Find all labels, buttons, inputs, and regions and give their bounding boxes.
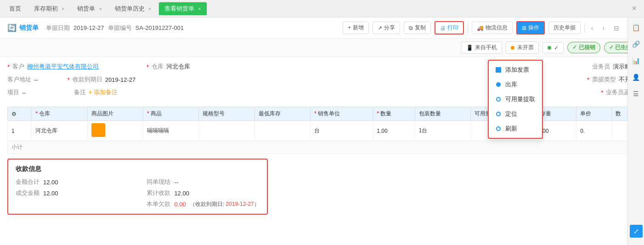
form-area: * 客户 柳州粤港平安气体有限公司 * 仓库 河北仓库 业务员 演示账号 客户地…: [0, 57, 644, 107]
payment-box: 收款信息 金额合计 12.00 同单现结 -- 成交金额 12.00 累计收款 …: [7, 159, 268, 215]
main-content: 🔄 销货单 单据日期 2019-12-27 单据编号 SA-20191227-0…: [0, 17, 644, 245]
docnum-label: 单据编号: [108, 24, 132, 32]
tab-bar: 首页 库存期初 × 销货单 × 销货单历史 × 查看销货单 × ×: [0, 0, 644, 17]
cell-image: [87, 121, 143, 141]
tab-inventory[interactable]: 库存期初 ×: [28, 2, 70, 16]
cell-rownum: 1: [8, 121, 32, 141]
tab-sales-order[interactable]: 销货单 ×: [72, 2, 107, 16]
nav-prev[interactable]: ‹: [588, 23, 596, 34]
date-label: 单据日期: [46, 24, 70, 32]
tab-close-inventory[interactable]: ×: [62, 6, 64, 11]
cell-product: 嗝嗝嗝嗝: [143, 121, 198, 141]
copy-button[interactable]: ⧉ 复制: [404, 22, 431, 34]
view-grid-icon[interactable]: ⊟: [611, 23, 622, 34]
col-gear: ⚙: [8, 107, 32, 121]
col-product: * 商品: [143, 107, 198, 121]
col-price: 单价: [576, 107, 612, 121]
from-mobile-button[interactable]: 📱 来自手机: [461, 41, 502, 54]
checked-badge: ✓ 已核销: [567, 42, 600, 53]
refresh-icon: [495, 125, 502, 132]
doc-header: 🔄 销货单 单据日期 2019-12-27 单据编号 SA-20191227-0…: [0, 17, 644, 39]
subtotal-label: 小计: [8, 141, 637, 154]
doc-title-icon: 🔄: [7, 23, 17, 32]
tab-sales-history[interactable]: 销货单历史 ×: [109, 2, 157, 16]
due-date-value: 2019-12-27: [105, 76, 136, 83]
payment-row-same-settlement: 同单现结 --: [147, 178, 259, 186]
not-opened-button[interactable]: 未开票: [506, 41, 539, 54]
payment-row-owed: 本单欠款 0.00 （收款到期日: 2019-12-27）: [147, 200, 259, 208]
operation-button[interactable]: ⊞ 操作: [516, 21, 545, 34]
owed-value: 0.00: [174, 201, 186, 208]
tab-close-sales-order[interactable]: ×: [99, 6, 102, 11]
location-icon: [495, 111, 502, 117]
col-pack-qty: 包装数量: [415, 107, 470, 121]
remark-field: 备注 + 添加备注: [74, 88, 118, 97]
col-unit: * 销售单位: [310, 107, 373, 121]
customer-value[interactable]: 柳州粤港平安气体有限公司: [27, 63, 99, 71]
address-value: --: [34, 76, 38, 83]
share-icon: ↗: [378, 25, 382, 31]
menu-item-add-invoice[interactable]: 添加发票: [489, 63, 542, 77]
cell-pack-qty: 1台: [415, 121, 470, 141]
add-invoice-icon: [495, 67, 502, 73]
tab-close-view-sales[interactable]: ×: [198, 6, 201, 11]
print-button[interactable]: 🖨 打印: [435, 21, 464, 34]
logistics-icon: 🚚: [477, 25, 484, 31]
separator-1: [468, 23, 468, 33]
nav-next[interactable]: ›: [599, 23, 607, 34]
dropdown-menu: 添加发票 出库 可用量提取 定位 刷新: [488, 60, 543, 139]
menu-item-location[interactable]: 定位: [489, 107, 542, 121]
menu-item-refresh[interactable]: 刷新: [489, 121, 542, 136]
header-actions: + 新增 ↗ 分享 ⧉ 复制 🖨 打印 🚚 物流信息 ⊞ 操作: [343, 21, 637, 34]
payment-row-cumulative: 累计收款 12.00: [147, 189, 259, 197]
subtotal-row: 小计: [8, 141, 637, 154]
grid-icon: ⊞: [522, 25, 526, 31]
cell-min-stock: [254, 121, 310, 141]
payment-row-total: 金额合计 12.00: [16, 178, 128, 186]
sidebar-note-icon[interactable]: 📋: [630, 21, 643, 34]
sidebar-expand-icon[interactable]: ⤢: [630, 225, 643, 238]
warehouse-value: 河北仓库: [166, 63, 190, 71]
available-qty-icon: [495, 96, 502, 103]
col-min-stock: 最低库存: [254, 107, 310, 121]
print-icon: 🖨: [440, 25, 446, 31]
product-image: [91, 123, 105, 137]
project-value: --: [22, 89, 26, 96]
cell-warehouse: 河北仓库: [32, 121, 87, 141]
confirm-button[interactable]: ✓: [542, 42, 564, 53]
sidebar-link-icon[interactable]: 🔗: [630, 38, 643, 51]
toolbar-row: 📱 来自手机 未开票 ✓ ✓ 已核销 ✓ 已生效: [0, 39, 644, 57]
share-button[interactable]: ↗ 分享: [373, 22, 400, 34]
cell-price: 0.: [576, 121, 612, 141]
project-field: 项目 --: [7, 88, 26, 97]
tab-view-sales[interactable]: 查看销货单 ×: [158, 2, 207, 16]
col-warehouse: * 仓库: [32, 107, 87, 121]
menu-item-available-qty[interactable]: 可用量提取: [489, 92, 542, 107]
doc-meta: 单据日期 2019-12-27 单据编号 SA-20191227-001: [46, 24, 184, 32]
logistics-button[interactable]: 🚚 物流信息: [472, 22, 513, 34]
sidebar-user-icon[interactable]: 👤: [630, 71, 643, 84]
warehouse-field: * 仓库 河北仓库: [147, 63, 190, 71]
right-sidebar: 📋 🔗 📊 👤 ☰ ⤢: [627, 17, 644, 245]
tab-close-sales-history[interactable]: ×: [148, 6, 151, 11]
cell-unit: 台: [310, 121, 373, 141]
payment-title: 收款信息: [16, 165, 260, 173]
cell-spec: [199, 121, 254, 141]
col-spec: 规格型号: [199, 107, 254, 121]
date-value: 2019-12-27: [73, 24, 104, 31]
cell-qty: 1.00: [373, 121, 415, 141]
sidebar-chart-icon[interactable]: 📊: [630, 54, 643, 67]
customer-field: * 客户 柳州粤港平安气体有限公司: [7, 63, 99, 71]
menu-item-outbound[interactable]: 出库: [489, 77, 542, 92]
payment-row-deal: 成交金额 12.00: [16, 189, 128, 197]
doc-title: 🔄 销货单: [7, 23, 39, 32]
col-qty: * 数量: [373, 107, 415, 121]
new-button[interactable]: + 新增: [343, 22, 368, 34]
address-field: 客户地址 --: [7, 75, 38, 84]
add-note-button[interactable]: + 添加备注: [89, 88, 118, 97]
global-close-button[interactable]: ×: [628, 2, 640, 15]
history-button[interactable]: 历史单据: [548, 22, 581, 34]
tab-home[interactable]: 首页: [4, 2, 27, 16]
col-image: 商品图片: [87, 107, 143, 121]
sidebar-list-icon[interactable]: ☰: [630, 87, 643, 100]
